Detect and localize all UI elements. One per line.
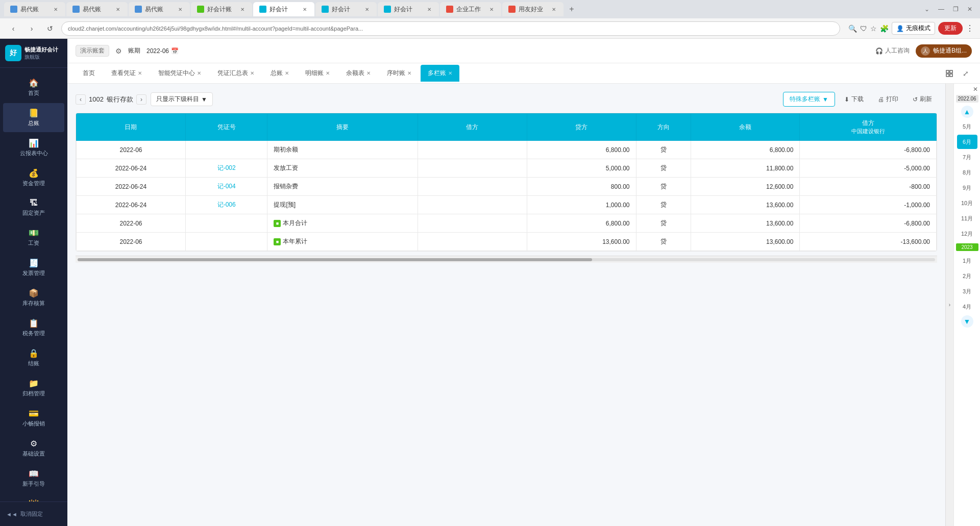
download-button[interactable]: ⬇ 下载 [839, 92, 869, 106]
consult-button[interactable]: 🎧 人工咨询 [875, 46, 910, 55]
update-button[interactable]: 更新 [938, 22, 963, 35]
tab-smart-voucher[interactable]: 智能凭证中心 ✕ [151, 65, 208, 82]
tab-sequential-ledger-close[interactable]: ✕ [407, 70, 411, 76]
month-nav-2023-jan[interactable]: 1月 [957, 254, 977, 268]
tab-voucher-summary[interactable]: 凭证汇总表 ✕ [210, 65, 261, 82]
browser-tab-4[interactable]: 好会计账 ✕ [191, 2, 252, 16]
sidebar-item-funds[interactable]: 💰 资金管理 [3, 163, 64, 192]
month-nav-october[interactable]: 10月 [957, 196, 977, 210]
sidebar-item-home[interactable]: 🏠 首页 [3, 73, 64, 102]
stealth-mode-button[interactable]: 👤 无痕模式 [892, 22, 935, 35]
reload-button[interactable]: ↺ [43, 21, 57, 36]
browser-tab-7-close[interactable]: ✕ [426, 6, 433, 13]
sidebar-item-guide[interactable]: 📖 新手引导 [3, 464, 64, 493]
browser-tab-9-close[interactable]: ✕ [550, 6, 557, 13]
sidebar-item-salary[interactable]: 💵 工资 [3, 223, 64, 252]
close-window-button[interactable]: ✕ [964, 3, 976, 15]
voucher-link[interactable]: 记-006 [217, 201, 236, 208]
sidebar-item-inventory[interactable]: 📦 库存核算 [3, 283, 64, 312]
search-icon[interactable]: 🔍 [848, 24, 857, 33]
tab-balance-sheet[interactable]: 余额表 ✕ [339, 65, 378, 82]
month-nav-2023-apr[interactable]: 4月 [957, 299, 977, 314]
sidebar-item-ledger[interactable]: 📒 总账 [3, 103, 64, 132]
browser-tab-8-close[interactable]: ✕ [488, 6, 495, 13]
tab-multi-column-close[interactable]: ✕ [448, 70, 452, 76]
back-button[interactable]: ‹ [6, 21, 20, 36]
account-prev-button[interactable]: ‹ [76, 94, 86, 105]
tab-voucher-view-close[interactable]: ✕ [138, 70, 142, 76]
month-nav-december[interactable]: 12月 [957, 227, 977, 241]
maximize-button[interactable]: ❐ [949, 3, 962, 15]
browser-tab-4-close[interactable]: ✕ [239, 6, 246, 13]
account-next-button[interactable]: › [136, 94, 146, 105]
tab-balance-sheet-close[interactable]: ✕ [366, 70, 371, 76]
browser-tab-6[interactable]: 好会计 ✕ [315, 2, 377, 16]
month-nav-up-button[interactable]: ▲ [961, 106, 973, 118]
voucher-link[interactable]: 记-004 [217, 183, 236, 190]
new-tab-button[interactable]: + [565, 2, 579, 16]
expand-panel-button[interactable] [943, 67, 955, 80]
browser-tab-1[interactable]: 易代账 ✕ [4, 2, 65, 16]
tab-voucher-summary-close[interactable]: ✕ [250, 70, 254, 76]
more-options-icon[interactable]: ⋮ [966, 23, 974, 33]
filter-select[interactable]: 只显示下级科目 ▼ [151, 92, 213, 106]
tab-detail-ledger-close[interactable]: ✕ [326, 70, 330, 76]
extension-icon[interactable]: 🧩 [880, 24, 889, 33]
sidebar-item-archive[interactable]: 📁 归档管理 [3, 373, 64, 403]
month-nav-close-button[interactable]: ✕ [973, 86, 978, 93]
month-nav-july[interactable]: 7月 [957, 150, 977, 164]
browser-tab-5[interactable]: 好会计 ✕ [253, 2, 314, 16]
sidebar-item-member[interactable]: 👑 畅会员 [3, 494, 64, 502]
tab-voucher-view[interactable]: 查看凭证 ✕ [104, 65, 149, 82]
tab-multi-column[interactable]: 多栏账 ✕ [421, 65, 459, 82]
browser-tab-1-close[interactable]: ✕ [52, 6, 59, 13]
special-multi-column-button[interactable]: 特殊多栏账 ▼ [783, 92, 835, 107]
month-nav-may[interactable]: 5月 [957, 119, 977, 134]
user-badge[interactable]: 人 畅捷通B组... [916, 44, 972, 58]
month-nav-september[interactable]: 9月 [957, 181, 977, 195]
browser-tab-3-close[interactable]: ✕ [177, 6, 184, 13]
tab-list-button[interactable]: ⌄ [921, 3, 933, 15]
browser-tab-2[interactable]: 易代账 ✕ [66, 2, 128, 16]
browser-tab-3[interactable]: 易代账 ✕ [129, 2, 190, 16]
forward-button[interactable]: › [24, 21, 39, 36]
horizontal-scrollbar[interactable] [76, 256, 937, 263]
sidebar-item-expense[interactable]: 💳 小畅报销 [3, 404, 64, 433]
bookmark-icon[interactable]: ☆ [870, 24, 877, 33]
month-nav-2023-feb[interactable]: 2月 [957, 269, 977, 283]
month-nav-down-button[interactable]: ▼ [961, 315, 973, 328]
tab-general-ledger[interactable]: 总账 ✕ [263, 65, 296, 82]
calendar-icon[interactable]: 📅 [171, 47, 179, 55]
minimize-button[interactable]: — [935, 3, 947, 15]
collapse-right-button[interactable]: › [945, 84, 953, 526]
sidebar-item-tax[interactable]: 📋 税务管理 [3, 313, 64, 342]
tab-smart-voucher-close[interactable]: ✕ [197, 70, 201, 76]
sidebar-item-reports[interactable]: 📊 云报表中心 [3, 133, 64, 162]
sidebar-item-assets[interactable]: 🏗 固定资产 [3, 193, 64, 222]
voucher-link[interactable]: 记-002 [217, 164, 236, 171]
settings-icon[interactable]: ⚙ [115, 47, 122, 55]
print-button[interactable]: 🖨 打印 [873, 92, 903, 106]
browser-tab-8[interactable]: 企业工作 ✕ [440, 2, 501, 16]
tab-detail-ledger[interactable]: 明细账 ✕ [298, 65, 337, 82]
url-input[interactable]: cloud2.chanjet.com/accounting/uh26t264j5… [61, 21, 840, 36]
browser-tab-6-close[interactable]: ✕ [363, 6, 371, 13]
sidebar-item-invoice[interactable]: 🧾 发票管理 [3, 253, 64, 282]
month-nav-june[interactable]: 6月 [957, 135, 977, 149]
month-nav-november[interactable]: 11月 [957, 211, 977, 226]
browser-tab-5-close[interactable]: ✕ [301, 6, 308, 13]
month-nav-august[interactable]: 8月 [957, 165, 977, 180]
browser-tab-7[interactable]: 好会计 ✕ [378, 2, 439, 16]
sidebar-item-closing[interactable]: 🔒 结账 [3, 343, 64, 372]
fullscreen-button[interactable]: ⤢ [960, 67, 972, 80]
refresh-button[interactable]: ↺ 刷新 [908, 92, 937, 106]
browser-tab-9[interactable]: 用友好业 ✕ [502, 2, 564, 16]
unpin-button[interactable]: ◄◄ 取消固定 [3, 507, 64, 521]
month-nav-2023-mar[interactable]: 3月 [957, 284, 977, 298]
sidebar-item-settings[interactable]: ⚙ 基础设置 [3, 434, 64, 463]
shield-icon[interactable]: 🛡 [860, 24, 867, 33]
tab-general-ledger-close[interactable]: ✕ [285, 70, 289, 76]
browser-tab-2-close[interactable]: ✕ [114, 6, 121, 13]
tab-home[interactable]: 首页 [76, 65, 102, 82]
tab-sequential-ledger[interactable]: 序时账 ✕ [380, 65, 419, 82]
